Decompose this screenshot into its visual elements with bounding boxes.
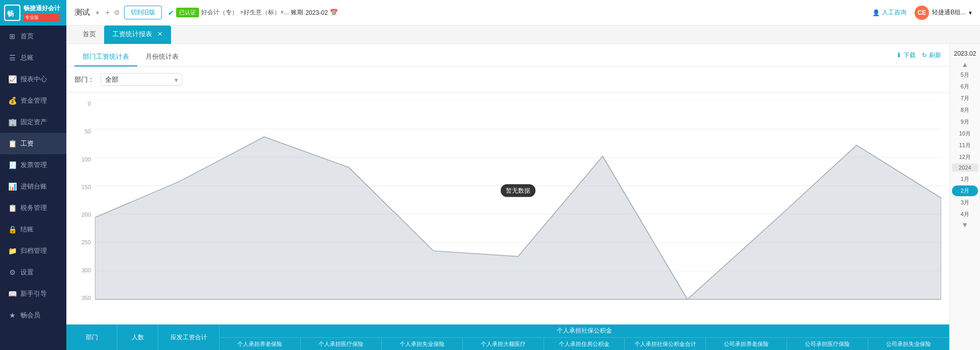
- salary-icon: 📋: [8, 139, 16, 148]
- y-label-150: 150: [75, 184, 95, 190]
- right-panel: 2023.02 ▲ 5月 6月 7月 8月 9月 10月 11月 12月 202…: [949, 44, 980, 350]
- col-people: 人数: [117, 324, 158, 350]
- project-name: 测试: [75, 8, 90, 17]
- period-value: 2023-02: [305, 9, 328, 16]
- col-housing-fund: 个人承担住房公积金: [544, 338, 625, 350]
- sidebar: 畅 畅捷通好会计 专业版 ⊞ 首页 ☰ 总账 📈 报表中心 💰 资金管理 🏢 固…: [0, 0, 66, 350]
- sidebar-item-settings[interactable]: ⚙ 设置: [0, 262, 66, 283]
- sidebar-item-invoice[interactable]: 🧾 发票管理: [0, 154, 66, 176]
- tax-icon: 📋: [8, 204, 16, 212]
- month-12[interactable]: 12月: [952, 152, 978, 162]
- col-company-pension: 公司承担养老保险: [706, 338, 787, 350]
- tags-info: +好生意（标）+...: [240, 8, 289, 17]
- software-info: 好会计（专）: [201, 8, 238, 17]
- main-container: 测试 ▾ + ⚙ 切到旧版 ✔ 已认证 好会计（专） +好生意（标）+... 账…: [66, 0, 980, 350]
- member-icon: ★: [8, 311, 16, 319]
- app-name-text: 畅捷通好会计 专业版: [23, 4, 60, 21]
- gear-icon: ⚙: [8, 268, 16, 276]
- sidebar-item-sales[interactable]: 📊 进销台账: [0, 176, 66, 197]
- period-label: 账期: [291, 8, 303, 17]
- tab-close-icon[interactable]: ✕: [157, 30, 163, 38]
- subtabs: 部门工资统计表 月份统计表: [75, 48, 187, 66]
- svg-text:畅: 畅: [7, 10, 14, 17]
- col-pension: 个人承担养老保险: [219, 338, 301, 350]
- topbar: 测试 ▾ + ⚙ 切到旧版 ✔ 已认证 好会计（专） +好生意（标）+... 账…: [66, 0, 980, 26]
- subtab-actions: ⬇ 下载 ↻ 刷新: [896, 51, 941, 64]
- sidebar-item-home[interactable]: ⊞ 首页: [0, 26, 66, 47]
- month-1-2024[interactable]: 1月: [952, 174, 978, 184]
- month-6[interactable]: 6月: [952, 81, 978, 92]
- sidebar-item-guide[interactable]: 📖 新手引导: [0, 283, 66, 305]
- page-content: 部门工资统计表 月份统计表 ⬇ 下载 ↻ 刷新: [66, 44, 980, 350]
- col-group-header: 个人承担社保公积金: [219, 324, 949, 338]
- switch-old-btn[interactable]: 切到旧版: [124, 6, 162, 19]
- month-11[interactable]: 11月: [952, 140, 978, 151]
- chart-area: 350 300 250 200 150 100 50 0: [66, 92, 949, 324]
- ledger-icon: ☰: [8, 54, 16, 62]
- filter-row: 部门： 全部: [66, 67, 949, 92]
- month-3-2024[interactable]: 3月: [952, 197, 978, 208]
- certified-icon: ✔: [168, 9, 174, 17]
- month-5[interactable]: 5月: [952, 69, 978, 80]
- topbar-status: ✔ 已认证 好会计（专） +好生意（标）+... 账期 2023-02 📅: [168, 8, 338, 17]
- col-social-total: 个人承担社保公积金合计: [625, 338, 706, 350]
- month-2-active[interactable]: 2月: [952, 185, 978, 196]
- col-dept: 部门: [66, 324, 117, 350]
- panel-date: 2023.02: [952, 48, 978, 59]
- sidebar-item-salary[interactable]: 📋 工资: [0, 133, 66, 154]
- month-8[interactable]: 8月: [952, 105, 978, 115]
- sidebar-item-ledger[interactable]: ☰ 总账: [0, 47, 66, 68]
- help-btn[interactable]: 👤 人工咨询: [872, 8, 906, 17]
- invoice-icon: 🧾: [8, 161, 16, 169]
- panel-down-arrow[interactable]: ▼: [962, 221, 969, 229]
- chart-tooltip: 暂无数据: [501, 184, 535, 197]
- svg-marker-10: [95, 137, 941, 299]
- y-axis: 350 300 250 200 150 100 50 0: [75, 101, 95, 301]
- certified-badge: 已认证: [176, 8, 199, 17]
- app-logo: 畅 畅捷通好会计 专业版: [0, 0, 66, 26]
- dept-select[interactable]: 全部: [101, 73, 182, 86]
- panel-up-arrow[interactable]: ▲: [962, 60, 969, 68]
- tab-salary-report[interactable]: 工资统计报表 ✕: [104, 26, 171, 44]
- download-btn[interactable]: ⬇ 下载: [896, 51, 916, 60]
- y-label-250: 250: [75, 239, 95, 245]
- y-label-350: 350: [75, 295, 95, 301]
- refresh-btn[interactable]: ↻ 刷新: [922, 51, 941, 60]
- sidebar-item-assets[interactable]: 🏢 固定资产: [0, 111, 66, 133]
- plus-icon[interactable]: +: [105, 8, 110, 17]
- avatar: CE: [915, 6, 929, 20]
- y-label-0: 0: [75, 101, 95, 107]
- dept-select-wrap: 全部: [101, 73, 182, 86]
- sidebar-item-member[interactable]: ★ 畅会员: [0, 305, 66, 326]
- dept-filter-label: 部门：: [75, 75, 94, 84]
- logo-icon: 畅: [4, 5, 20, 21]
- sidebar-item-archive[interactable]: 📁 归档管理: [0, 240, 66, 262]
- refresh-icon: ↻: [922, 52, 927, 59]
- subtab-monthly[interactable]: 月份统计表: [137, 48, 187, 66]
- table-header: 部门 人数 应发工资合计 个人承担社保公积金 个人承担养老保险: [66, 324, 949, 350]
- sidebar-item-reports[interactable]: 📈 报表中心: [0, 68, 66, 90]
- subtab-dept[interactable]: 部门工资统计表: [75, 48, 137, 66]
- calendar-icon[interactable]: 📅: [330, 9, 338, 16]
- month-7[interactable]: 7月: [952, 93, 978, 104]
- sidebar-item-tax[interactable]: 📋 税务管理: [0, 197, 66, 219]
- close-month-icon: 🔒: [8, 225, 16, 234]
- y-label-50: 50: [75, 128, 95, 134]
- reports-icon: 📈: [8, 75, 16, 83]
- col-company-medical: 公司承担医疗保险: [787, 338, 868, 350]
- sidebar-item-close[interactable]: 🔒 结账: [0, 219, 66, 240]
- user-menu[interactable]: CE 轻捷通B组... ▾: [915, 6, 972, 20]
- col-group-cols: 个人承担养老保险 个人承担医疗保险 个人承担失业保险 个人承担大额医疗 个人承担: [219, 338, 949, 350]
- project-dropdown-arrow[interactable]: ▾: [96, 9, 99, 16]
- chart-container: 350 300 250 200 150 100 50 0: [75, 101, 941, 316]
- home-icon: ⊞: [8, 32, 16, 40]
- col-major-medical: 个人承担大额医疗: [463, 338, 544, 350]
- y-label-100: 100: [75, 156, 95, 162]
- month-4-2024[interactable]: 4月: [952, 209, 978, 220]
- col-medical: 个人承担医疗保险: [301, 338, 382, 350]
- month-10[interactable]: 10月: [952, 128, 978, 139]
- tab-home[interactable]: 首页: [75, 26, 104, 44]
- month-9[interactable]: 9月: [952, 116, 978, 127]
- sidebar-item-funds[interactable]: 💰 资金管理: [0, 90, 66, 111]
- settings-icon[interactable]: ⚙: [114, 9, 120, 16]
